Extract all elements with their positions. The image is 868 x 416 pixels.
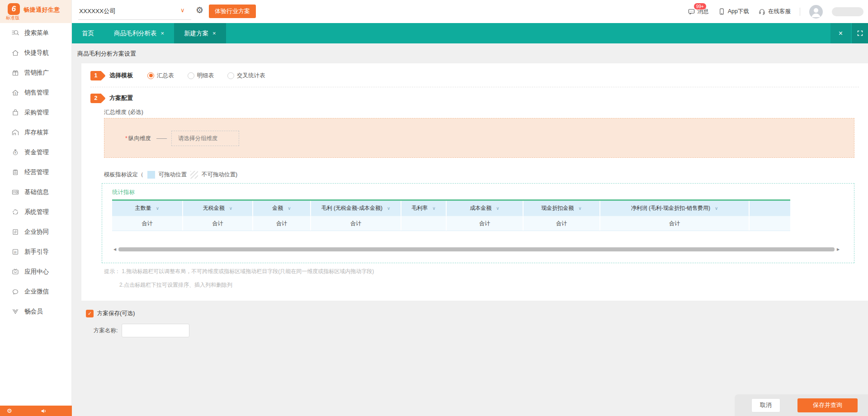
sidebar-footer: ⚙: [0, 406, 72, 416]
column-dropdown-icon[interactable]: ∨: [288, 206, 291, 211]
sidebar-item-system[interactable]: 系统管理: [0, 202, 71, 222]
fullscreen-button[interactable]: [852, 23, 868, 43]
sidebar-item-label: 采购管理: [24, 109, 49, 117]
scroll-right-icon[interactable]: ▶: [835, 247, 841, 251]
column-header-label: 净利润 (毛利-现金折扣-销售费用): [631, 204, 710, 212]
collaboration-icon: [11, 228, 19, 236]
user-name-placeholder[interactable]: [832, 7, 863, 16]
column-total-label: 合计: [142, 220, 153, 227]
sidebar-item-search-menu[interactable]: 搜索菜单: [0, 23, 71, 43]
id-card-icon: [11, 188, 19, 196]
sales-house-icon: $: [11, 89, 19, 97]
sidebar-item-label: 企业协同: [24, 228, 49, 236]
sidebar-item-sales[interactable]: $ 销售管理: [0, 83, 71, 103]
column-dropdown-icon[interactable]: ∨: [387, 206, 390, 211]
close-icon: ×: [839, 29, 843, 38]
tab-home[interactable]: 首页: [72, 23, 104, 43]
radio-summary-table[interactable]: 汇总表: [147, 72, 174, 80]
tab-gross-profit-report[interactable]: 商品毛利分析表 ×: [104, 23, 174, 43]
sidebar-item-app-center[interactable]: 应用中心: [0, 262, 71, 282]
column-total-cell: 合计: [600, 216, 750, 231]
scrollbar-thumb[interactable]: [118, 247, 835, 251]
column-header[interactable]: 成本金额∨: [447, 201, 524, 216]
column-total-cell: 合计: [311, 216, 401, 231]
column-total-cell: 合计: [253, 216, 311, 231]
plan-name-row: 方案名称:: [94, 324, 189, 337]
logo-icon: 6: [8, 3, 20, 15]
close-tab-button[interactable]: ×: [830, 23, 851, 43]
sidebar-item-operations[interactable]: 经营管理: [0, 162, 71, 182]
sidebar-item-funds[interactable]: ¥ 资金管理: [0, 142, 71, 162]
sidebar-item-purchase[interactable]: 采购管理: [0, 103, 71, 123]
cancel-button[interactable]: 取消: [751, 398, 780, 412]
column-dropdown-icon[interactable]: ∨: [432, 206, 435, 211]
tab-close-icon[interactable]: ×: [161, 30, 165, 37]
sidebar-item-base-info[interactable]: 基础信息: [0, 182, 71, 202]
column-header[interactable]: 毛利 (无税金额-成本金额)∨: [311, 201, 401, 216]
column-header[interactable]: 净利润 (毛利-现金折扣-销售费用)∨: [600, 201, 750, 216]
dimension-placeholder: 请选择分组维度: [178, 135, 218, 142]
system-icon: [11, 208, 19, 216]
column-dropdown-icon[interactable]: ∨: [715, 206, 718, 211]
group-dimension-dropzone[interactable]: 请选择分组维度: [171, 131, 239, 146]
column-header[interactable]: 毛利率∨: [401, 201, 447, 216]
messages-button[interactable]: 消息 99+: [688, 8, 709, 15]
column-dropdown-icon[interactable]: ∨: [229, 206, 232, 211]
online-support-label: 在线客服: [768, 8, 791, 15]
save-and-query-button[interactable]: 保存并查询: [797, 398, 858, 412]
settings-panel: 1 选择模板 汇总表 明细表 交叉统计表: [81, 63, 868, 301]
column-total-label: 合计: [350, 220, 361, 227]
sidebar-item-collaboration[interactable]: 企业协同: [0, 222, 71, 242]
sidebar-item-member[interactable]: 畅会员: [0, 302, 71, 321]
column-dropdown-icon[interactable]: ∨: [496, 206, 499, 211]
online-support-button[interactable]: 在线客服: [758, 8, 791, 15]
trial-industry-plan-button[interactable]: 体验行业方案: [209, 5, 256, 18]
announcement-icon[interactable]: [41, 408, 47, 414]
table-column: 成本金额∨ 合计: [447, 201, 524, 231]
tab-new-plan[interactable]: 新建方案 ×: [174, 23, 226, 43]
company-underline: [78, 19, 191, 20]
column-header[interactable]: 主数量∨: [112, 201, 183, 216]
radio-cross-stat-table[interactable]: 交叉统计表: [227, 72, 265, 80]
scroll-left-icon[interactable]: ◀: [112, 247, 118, 251]
app-download-button[interactable]: App下载: [718, 8, 749, 15]
main-content: 商品毛利分析方案设置 1 选择模板 汇总表 明细表: [72, 43, 868, 416]
sidebar-item-label: 基础信息: [24, 188, 49, 196]
radio-label: 交叉统计表: [237, 72, 265, 80]
column-total-cell: [750, 216, 790, 231]
column-header[interactable]: 无税金额∨: [183, 201, 253, 216]
headset-icon: [758, 8, 766, 15]
radio-detail-table[interactable]: 明细表: [188, 72, 214, 80]
company-selector[interactable]: XXXXXX公司: [79, 7, 116, 15]
sidebar-item-quick-nav[interactable]: 快捷导航: [0, 43, 71, 63]
fullscreen-icon: [857, 30, 863, 36]
column-header-label: 现金折扣金额: [541, 204, 574, 212]
column-dropdown-icon[interactable]: ∨: [578, 206, 581, 211]
step1-template-select: 1 选择模板 汇总表 明细表 交叉统计表: [90, 71, 265, 80]
settings-gear-icon[interactable]: ⚙: [7, 408, 12, 414]
tab-close-icon[interactable]: ×: [212, 30, 216, 37]
column-dropdown-icon[interactable]: ∨: [156, 206, 159, 211]
sidebar-item-beginner-guide[interactable]: 新 新手引导: [0, 242, 71, 262]
sidebar-item-inventory[interactable]: 库存核算: [0, 123, 71, 142]
tab-bar: 首页 商品毛利分析表 × 新建方案 × ×: [72, 23, 868, 43]
sidebar-item-label: 库存核算: [24, 128, 49, 137]
plan-save-checkbox[interactable]: ✓: [86, 310, 94, 317]
dimension-config-panel: * 纵向维度 —— 请选择分组维度: [104, 118, 854, 158]
column-header[interactable]: 净利率: [750, 201, 790, 216]
header-gear-icon[interactable]: ⚙: [196, 6, 203, 14]
chevron-down-icon[interactable]: ∨: [180, 7, 185, 14]
dashed-divider: [90, 87, 859, 87]
plan-name-input[interactable]: [122, 324, 189, 337]
sidebar-menu: 搜索菜单 快捷导航 营销推广 $ 销售管理 采购管理 库存核算: [0, 23, 71, 321]
svg-text:¥: ¥: [14, 151, 16, 154]
column-header[interactable]: 金额∨: [253, 201, 311, 216]
sidebar-item-marketing[interactable]: 营销推广: [0, 63, 71, 83]
step1-badge: 1: [90, 71, 101, 80]
horizontal-scrollbar[interactable]: ◀ ▶: [112, 246, 841, 252]
sidebar-item-wechat[interactable]: 企业微信: [0, 282, 71, 302]
column-total-cell: 合计: [524, 216, 600, 231]
user-avatar[interactable]: [809, 5, 823, 19]
step2-title: 方案配置: [109, 94, 133, 102]
column-header[interactable]: 现金折扣金额∨: [524, 201, 600, 216]
